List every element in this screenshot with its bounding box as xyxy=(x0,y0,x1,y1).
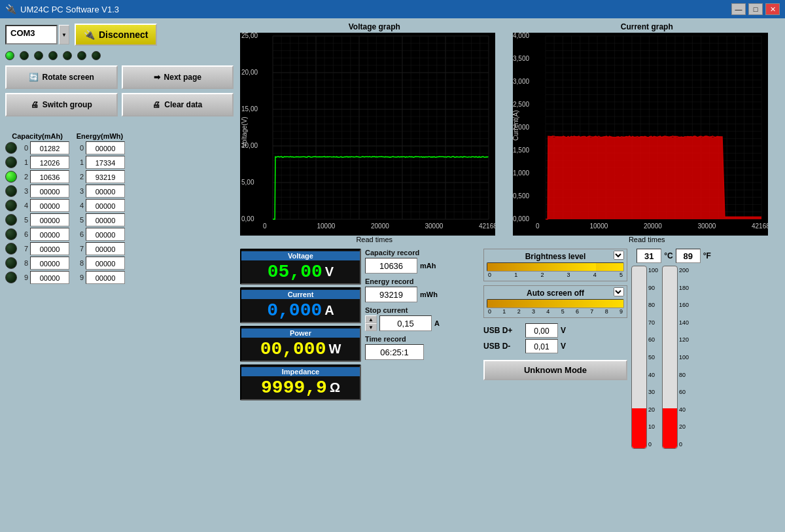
data-row-0: 001282 xyxy=(5,141,69,154)
autoscreen-block: Auto screen off ▼ 0123456789 xyxy=(483,285,627,318)
energy-field-8: 00000 xyxy=(86,257,125,270)
switch-icon: 🖨 xyxy=(31,100,39,109)
voltage-block: Voltage 05,00 V xyxy=(240,249,361,285)
disconnect-button[interactable]: 🔌 Disconnect xyxy=(75,24,157,46)
energy-field-6: 00000 xyxy=(86,228,125,241)
capacity-header: Capacity(mAh) xyxy=(5,132,69,140)
current-graph-title: Current graph xyxy=(513,22,782,31)
voltage-graph-canvas xyxy=(240,33,495,236)
fahrenheit-fill xyxy=(663,408,677,448)
current-block: Current 0,000 A xyxy=(240,287,361,323)
thermometer-panel: 31 °C 89 °F 1009080706050403020100 xyxy=(631,249,716,528)
stop-current-down[interactable]: ▼ xyxy=(365,323,377,331)
thermo-header: 31 °C 89 °F xyxy=(631,249,716,263)
capacity-field-2: 10636 xyxy=(30,170,69,183)
led-5 xyxy=(5,214,17,226)
energy-row-4: 400000 xyxy=(75,199,125,212)
energy-row-7: 700000 xyxy=(75,242,125,255)
impedance-value: 9999,9 xyxy=(261,378,327,398)
com-port-display: COM3 xyxy=(5,25,58,44)
fahrenheit-thermo: 200180160140120100806040200 xyxy=(662,266,689,449)
brightness-dropdown[interactable]: ▼ xyxy=(614,251,624,260)
app-icon: 🔌 xyxy=(5,4,16,14)
energy-field-1: 17334 xyxy=(86,156,125,169)
capacity-record: Capacity record 10636 mAh xyxy=(365,249,480,274)
usb-dminus-value: 0,01 xyxy=(525,339,558,353)
records-panel: Capacity record 10636 mAh Energy record … xyxy=(365,249,480,528)
led-3 xyxy=(5,185,17,197)
capacity-field-4: 00000 xyxy=(30,199,69,212)
energy-index-3: 3 xyxy=(75,187,84,195)
celsius-fill xyxy=(632,408,646,448)
energy-field-4: 00000 xyxy=(86,199,125,212)
usb-dminus-label: USB D- xyxy=(483,342,523,351)
led-9 xyxy=(5,272,17,283)
capacity-field-5: 00000 xyxy=(30,213,69,226)
data-row-8: 800000 xyxy=(5,257,69,270)
power-value: 00,000 xyxy=(260,339,326,359)
power-unit: W xyxy=(328,342,341,357)
usb-dplus-row: USB D+ 0,00 V xyxy=(483,323,627,338)
fahrenheit-unit: °F xyxy=(703,251,711,260)
capacity-field-8: 00000 xyxy=(30,257,69,270)
energy-index-9: 9 xyxy=(75,274,84,281)
close-button[interactable]: ✕ xyxy=(765,3,780,15)
led-7 xyxy=(5,243,17,255)
capacity-field-3: 00000 xyxy=(30,185,69,198)
energy-field-5: 00000 xyxy=(86,213,125,226)
time-record-value: 06:25:1 xyxy=(365,344,424,360)
right-panel: Voltage graph Read times Current graph R… xyxy=(239,18,785,532)
celsius-value: 31 xyxy=(637,249,661,263)
stop-current-up[interactable]: ▲ xyxy=(365,315,377,323)
com-dropdown-arrow[interactable]: ▼ xyxy=(59,25,69,44)
dot-4 xyxy=(63,51,72,60)
power-block: Power 00,000 W xyxy=(240,326,361,362)
unknown-mode-button[interactable]: Unknown Mode xyxy=(483,360,627,380)
current-unit: A xyxy=(324,303,334,318)
energy-index-0: 0 xyxy=(75,144,84,152)
energy-field-3: 00000 xyxy=(86,185,125,198)
capacity-record-label: Capacity record xyxy=(365,249,480,257)
com-select: COM3 ▼ xyxy=(5,25,69,44)
next-page-button[interactable]: ➡ Next page xyxy=(122,65,234,89)
autoscreen-dropdown[interactable]: ▼ xyxy=(614,287,624,296)
app-title: UM24C PC Software V1.3 xyxy=(20,5,119,14)
stop-current-label: Stop current xyxy=(365,306,480,314)
capacity-field-0: 01282 xyxy=(30,141,69,154)
energy-field-0: 00000 xyxy=(86,141,125,154)
data-row-4: 400000 xyxy=(5,199,69,212)
clear-data-button[interactable]: 🖨 Clear data xyxy=(122,93,234,116)
voltage-x-label: Read times xyxy=(240,236,509,243)
energy-row-1: 117334 xyxy=(75,156,125,169)
row-index-1: 1 xyxy=(19,158,28,166)
row-index-9: 9 xyxy=(19,274,28,281)
energy-field-9: 00000 xyxy=(86,271,125,284)
data-row-7: 700000 xyxy=(5,242,69,255)
brightness-ticks: 012345 xyxy=(487,272,624,278)
rotate-screen-button[interactable]: 🔄 Rotate screen xyxy=(5,65,118,89)
energy-record: Energy record 93219 mWh xyxy=(365,277,480,302)
brightness-slider[interactable] xyxy=(487,262,624,272)
capacity-field-1: 12026 xyxy=(30,156,69,169)
energy-index-1: 1 xyxy=(75,158,84,166)
bottom-data: Voltage 05,00 V Current 0,000 A Power xyxy=(240,249,781,528)
measurements-panel: Voltage 05,00 V Current 0,000 A Power xyxy=(240,249,361,528)
stop-current-block: Stop current ▲ ▼ 0,15 A xyxy=(365,306,480,331)
minimize-button[interactable]: — xyxy=(731,3,746,15)
autoscreen-slider[interactable] xyxy=(487,299,624,308)
data-row-5: 500000 xyxy=(5,213,69,226)
led-6 xyxy=(5,228,17,240)
capacity-record-value: 10636 xyxy=(365,258,417,274)
stop-current-stepper[interactable]: ▲ ▼ xyxy=(365,315,377,331)
energy-index-6: 6 xyxy=(75,230,84,238)
disconnect-icon: 🔌 xyxy=(84,29,95,40)
row-index-8: 8 xyxy=(19,259,28,267)
energy-row-8: 800000 xyxy=(75,257,125,270)
maximize-button[interactable]: □ xyxy=(748,3,763,15)
energy-index-4: 4 xyxy=(75,202,84,209)
switch-group-button[interactable]: 🖨 Switch group xyxy=(5,93,118,116)
fahrenheit-scale: 200180160140120100806040200 xyxy=(679,266,689,449)
led-8 xyxy=(5,257,17,269)
data-row-3: 300000 xyxy=(5,185,69,198)
energy-index-8: 8 xyxy=(75,259,84,267)
